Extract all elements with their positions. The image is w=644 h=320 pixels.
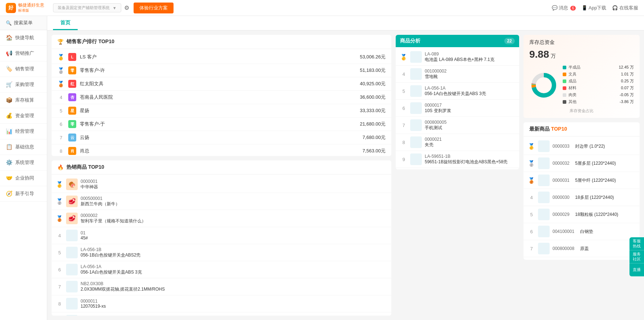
sidebar-item-marketing[interactable]: 📢 营销推广 <box>0 46 47 61</box>
product-code: LA-089 <box>425 52 515 57</box>
product-info: LA-056-1A 056-1A白色按键开关盖ABS 3壳 <box>425 86 515 97</box>
logo-icon: 好 <box>6 3 16 13</box>
sidebar-label-finance: 资金管理 <box>15 112 34 119</box>
product-code: LA-59651-1B <box>425 154 515 159</box>
product-name: 原盖 <box>580 246 589 251</box>
product-name: 18多层 (1220*2440) <box>575 195 614 200</box>
system-selector[interactable]: 装备及固定资产辅助管理系统 ▼ <box>53 3 121 12</box>
table-row: 4 杏 苍南县人民医院 36,600.00元 <box>52 91 391 104</box>
sidebar-item-operations[interactable]: 📊 经营管理 <box>0 124 47 139</box>
app-download-link[interactable]: 📱 App下载 <box>582 5 606 11</box>
sidebar-item-purchase[interactable]: 🛒 采购管理 <box>0 77 47 93</box>
product-name: 白钢垫 <box>580 229 593 234</box>
new-products-card: 最新商品 TOP10 🥇 0000033 封边带 (1.0*22) <box>523 122 640 260</box>
legend-value: 0.07 万 <box>621 85 634 91</box>
customer-service-button[interactable]: 客服热线 <box>629 237 644 250</box>
legend-item-stationery: 文具 1.01 万 <box>563 71 634 77</box>
chevron-down-icon: ▼ <box>113 6 117 10</box>
logo-area: 好 畅捷通好生意 标准版 <box>6 3 53 13</box>
bronze-medal-icon: 🥉 <box>56 215 63 222</box>
list-item: 7 000800008 原盖 <box>523 240 640 257</box>
product-image <box>66 298 78 309</box>
product-image: 🥩 <box>66 196 78 207</box>
rank-number: 7 <box>400 123 407 128</box>
product-image <box>538 243 550 254</box>
customer-badge: 红 <box>68 80 76 88</box>
message-badge: 6 <box>570 6 576 11</box>
livestream-button[interactable]: 直播 <box>629 263 644 276</box>
product-image <box>538 175 550 186</box>
product-name: 59651-1B旋转投影灯电池盒ABS黑色+58壳 <box>425 159 515 165</box>
message-link[interactable]: 💬 消息 6 <box>552 5 576 11</box>
sidebar-item-basic-info[interactable]: 📋 基础信息 <box>0 139 47 155</box>
customer-amount: 53,006.26元 <box>360 54 386 60</box>
table-row: 7 云 云扬 7,680.00元 <box>52 131 391 144</box>
sidebar-item-system[interactable]: ⚙️ 系统管理 <box>0 155 47 171</box>
sidebar-item-sales[interactable]: 🏷️ 销售管理 <box>0 61 47 77</box>
customer-name: 零售客户-于 <box>80 121 356 127</box>
search-menu-item[interactable]: 🔍 搜索菜单 <box>0 16 47 30</box>
sidebar-item-finance[interactable]: 💰 资金管理 <box>0 108 47 124</box>
rank-number: 6 <box>528 229 535 234</box>
silver-medal-icon: 🥈 <box>528 160 535 167</box>
rank-number: 8 <box>57 148 65 154</box>
legend-item-other: 其他 -3.86 万 <box>563 99 634 104</box>
product-info: 001000002 雪地靴 <box>425 69 515 80</box>
bronze-medal-icon: 🥉 <box>528 177 535 184</box>
logo-text-block: 畅捷通好生意 标准版 <box>18 3 44 13</box>
inventory-title: 库存总资金 <box>529 39 634 46</box>
product-code: LA-056-1B <box>81 247 387 252</box>
product-info: 000800008 原盖 <box>553 246 635 252</box>
left-panel: 🏆 销售客户排行 TOP10 🥇 L LS 客户 53,006.26元 🥈 <box>52 35 391 316</box>
legend-label: 文具 <box>568 71 619 77</box>
hot-products-title: 热销商品 TOP10 <box>66 164 104 171</box>
sidebar-item-guide[interactable]: 🧭 新手引导 <box>0 186 47 202</box>
product-code: 0000001 <box>81 179 387 184</box>
sidebar-item-quicknav[interactable]: 🏠 快捷导航 <box>0 30 47 46</box>
rank-number: 5 <box>56 250 63 255</box>
silver-medal-icon: 🥈 <box>56 198 63 205</box>
table-row: 6 零 零售客户-于 21,680.00元 <box>52 118 391 131</box>
rank-number: 4 <box>528 195 535 200</box>
rank-number: 8 <box>56 301 63 307</box>
rank-number: 7 <box>56 284 63 290</box>
inventory-value: 9.88 <box>529 49 549 60</box>
list-item: 🥉 🥩 0000002 智利车子里（规格不知道填什么） <box>52 210 391 227</box>
sidebar-item-collab[interactable]: 🤝 企业协同 <box>0 171 47 186</box>
hot-products-header: 🔥 热销商品 TOP10 <box>52 160 391 175</box>
online-service-link[interactable]: 🎧 在线客服 <box>612 5 638 11</box>
trophy-icon: 🏆 <box>57 39 64 45</box>
list-item: 4 01 45# <box>52 227 391 244</box>
sidebar-item-inventory[interactable]: 📦 库存核算 <box>0 93 47 108</box>
legend-value: 12.45 万 <box>619 65 634 70</box>
product-analysis-title: 商品分析 <box>400 38 420 44</box>
info-icon: 📋 <box>6 144 12 150</box>
top10-label: TOP10 <box>551 126 567 132</box>
service-community-button[interactable]: 服务社区 <box>629 250 644 263</box>
product-image <box>538 226 550 237</box>
gold-medal-icon: 🥇 <box>57 54 65 61</box>
list-item: 🥇 LA-089 电池盖 LA-089 ABS本色+黑种 7.1克 <box>396 49 519 66</box>
new-products-title: 最新商品 TOP10 <box>529 126 567 132</box>
customer-ranking-header: 🏆 销售客户排行 TOP10 <box>52 35 391 49</box>
product-info: 0000030 18多层 (1220*2440) <box>553 194 635 201</box>
trial-button[interactable]: 体验行业方案 <box>134 3 174 13</box>
legend-item-semifinished: 半成品 12.45 万 <box>563 65 634 70</box>
tab-home[interactable]: 首页 <box>53 17 78 30</box>
legend-label: 其他 <box>568 99 617 104</box>
product-code: 0000011 <box>81 299 387 304</box>
rank-number: 5 <box>400 89 407 94</box>
product-code: NB2.0X30B <box>81 281 387 286</box>
float-buttons: 客服热线 服务社区 直播 <box>629 237 644 276</box>
phone-icon: 📱 <box>582 5 587 11</box>
legend-label: 肉类 <box>568 92 617 98</box>
product-info: 0000021 夹壳 <box>425 137 515 148</box>
customer-badge: L <box>68 53 76 61</box>
settings-icon[interactable]: ⚙ <box>124 4 129 11</box>
hot-products-card: 🔥 热销商品 TOP10 🥇 🍖 0000001 中华神器 <box>52 160 391 316</box>
list-item: 7 000800005 手机测试 <box>396 117 519 134</box>
product-name: 45# <box>81 235 387 241</box>
list-item: 9 KK-SD22110H 花语萌恒温分腿睡袋（厚款） <box>52 312 391 316</box>
legend-item-finished: 成品 0.25 万 <box>563 78 634 84</box>
rank-number: 5 <box>57 108 65 114</box>
